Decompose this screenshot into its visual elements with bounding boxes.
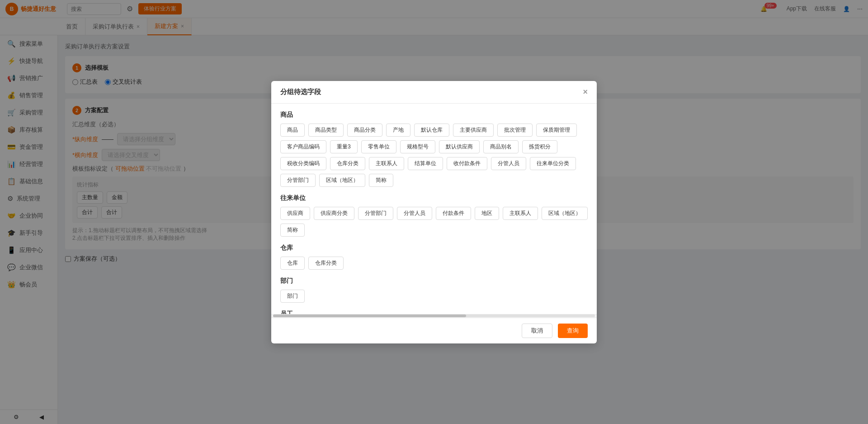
field-section-3: 部门部门 — [280, 277, 588, 303]
field-section-0: 商品商品商品类型商品分类产地默认仓库主要供应商批次管理保质期管理客户商品编码重量… — [280, 111, 588, 187]
modal-overlay: 分组待选字段 × 商品商品商品类型商品分类产地默认仓库主要供应商批次管理保质期管… — [0, 0, 868, 424]
modal-footer: 取消 查询 — [271, 318, 597, 343]
field-tag-0-23[interactable]: 区域（地区） — [319, 174, 365, 187]
hscroll-thumb — [273, 314, 466, 317]
field-tag-0-2[interactable]: 商品分类 — [347, 124, 382, 137]
hscroll-track — [273, 314, 595, 317]
modal-horizontal-scrollbar[interactable] — [271, 314, 597, 317]
field-tag-0-1[interactable]: 商品类型 — [308, 124, 344, 137]
field-tag-1-4[interactable]: 付款条件 — [436, 207, 471, 220]
field-select-modal: 分组待选字段 × 商品商品商品类型商品分类产地默认仓库主要供应商批次管理保质期管… — [271, 81, 597, 343]
field-tag-0-11[interactable]: 规格型号 — [400, 140, 435, 153]
confirm-button[interactable]: 查询 — [558, 324, 588, 338]
field-tag-0-8[interactable]: 客户商品编码 — [280, 140, 326, 153]
modal-title: 分组待选字段 — [280, 88, 321, 96]
field-tag-1-5[interactable]: 地区 — [475, 207, 499, 220]
field-tag-0-5[interactable]: 主要供应商 — [453, 124, 494, 137]
field-tag-0-19[interactable]: 收付款条件 — [447, 157, 487, 170]
field-section-title-2: 仓库 — [280, 244, 588, 252]
field-tag-1-1[interactable]: 供应商分类 — [314, 207, 354, 220]
field-tag-0-17[interactable]: 主联系人 — [369, 157, 404, 170]
field-section-title-1: 往来单位 — [280, 194, 588, 202]
field-tag-1-8[interactable]: 简称 — [280, 224, 305, 237]
field-section-2: 仓库仓库仓库分类 — [280, 244, 588, 270]
modal-close-btn[interactable]: × — [583, 87, 588, 97]
field-tag-1-7[interactable]: 区域（地区） — [542, 207, 588, 220]
field-section-4: 员工业务员 — [280, 310, 588, 314]
field-tag-2-1[interactable]: 仓库分类 — [308, 257, 344, 270]
field-tag-0-18[interactable]: 结算单位 — [408, 157, 443, 170]
field-tag-3-0[interactable]: 部门 — [280, 290, 305, 303]
field-tag-0-4[interactable]: 默认仓库 — [414, 124, 449, 137]
field-tag-0-16[interactable]: 仓库分类 — [330, 157, 365, 170]
field-section-1: 往来单位供应商供应商分类分管部门分管人员付款条件地区主联系人区域（地区）简称 — [280, 194, 588, 237]
field-section-title-4: 员工 — [280, 310, 588, 314]
field-tag-0-7[interactable]: 保质期管理 — [536, 124, 577, 137]
field-tag-0-15[interactable]: 税收分类编码 — [280, 157, 326, 170]
field-tag-2-0[interactable]: 仓库 — [280, 257, 305, 270]
modal-header: 分组待选字段 × — [271, 81, 597, 104]
modal-body: 商品商品商品类型商品分类产地默认仓库主要供应商批次管理保质期管理客户商品编码重量… — [271, 104, 597, 314]
field-tag-0-3[interactable]: 产地 — [386, 124, 410, 137]
field-tag-0-0[interactable]: 商品 — [280, 124, 305, 137]
field-tag-0-10[interactable]: 零售单位 — [361, 140, 396, 153]
field-tag-0-14[interactable]: 拣货积分 — [522, 140, 557, 153]
field-tags-3: 部门 — [280, 290, 588, 303]
field-tag-1-0[interactable]: 供应商 — [280, 207, 310, 220]
field-tag-0-21[interactable]: 往来单位分类 — [530, 157, 576, 170]
field-tag-0-6[interactable]: 批次管理 — [497, 124, 533, 137]
cancel-button[interactable]: 取消 — [522, 324, 552, 338]
field-tag-1-2[interactable]: 分管部门 — [358, 207, 393, 220]
field-section-title-0: 商品 — [280, 111, 588, 119]
field-section-title-3: 部门 — [280, 277, 588, 285]
field-tag-0-22[interactable]: 分管部门 — [280, 174, 316, 187]
field-tag-0-24[interactable]: 简称 — [369, 174, 393, 187]
field-tags-1: 供应商供应商分类分管部门分管人员付款条件地区主联系人区域（地区）简称 — [280, 207, 588, 237]
field-tag-0-13[interactable]: 商品别名 — [483, 140, 519, 153]
field-tag-1-6[interactable]: 主联系人 — [503, 207, 538, 220]
field-tag-0-20[interactable]: 分管人员 — [491, 157, 526, 170]
field-tags-0: 商品商品类型商品分类产地默认仓库主要供应商批次管理保质期管理客户商品编码重量3零… — [280, 124, 588, 187]
field-tag-0-12[interactable]: 默认供应商 — [439, 140, 480, 153]
field-tag-1-3[interactable]: 分管人员 — [397, 207, 432, 220]
field-tag-0-9[interactable]: 重量3 — [330, 140, 358, 153]
field-tags-2: 仓库仓库分类 — [280, 257, 588, 270]
